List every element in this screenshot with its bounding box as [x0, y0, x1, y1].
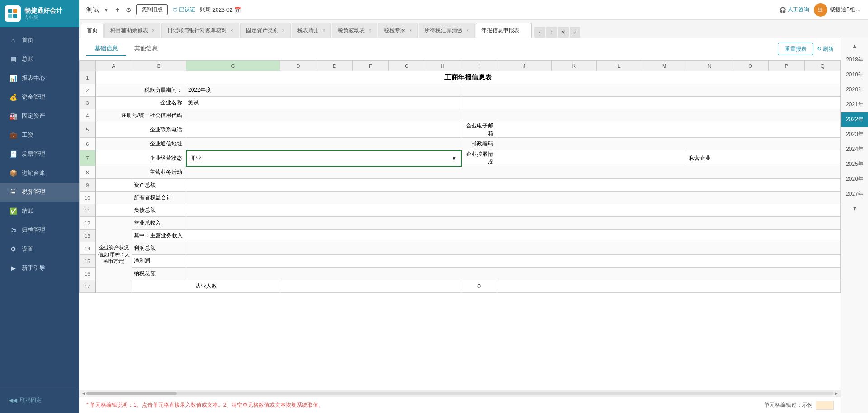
- year-item-2027[interactable]: 2027年: [841, 187, 868, 202]
- total-profit-value[interactable]: [186, 242, 841, 255]
- unpin-button[interactable]: ◀◀ 取消固定: [0, 392, 79, 408]
- tab-home[interactable]: 首页: [81, 23, 104, 38]
- tab-tax-inspection[interactable]: 税检专家 ×: [378, 23, 418, 38]
- sidebar-item-invoice[interactable]: 🧾 发票管理: [0, 145, 79, 164]
- service-button[interactable]: 🎧 人工咨询: [779, 6, 809, 14]
- sidebar-item-guide[interactable]: ▶ 新手引导: [0, 258, 79, 277]
- col-h-header[interactable]: H: [425, 61, 461, 71]
- address-value[interactable]: [186, 138, 461, 150]
- tab-close-all-button[interactable]: ×: [558, 27, 569, 38]
- col-p-header[interactable]: P: [769, 61, 805, 71]
- tab-prev-button[interactable]: ‹: [534, 27, 545, 38]
- tab-other-info[interactable]: 其他信息: [126, 42, 166, 56]
- col-g-header[interactable]: G: [389, 61, 425, 71]
- col-o-header[interactable]: O: [732, 61, 769, 71]
- add-tab-button[interactable]: +: [113, 5, 121, 15]
- year-panel-up-button[interactable]: ▲: [849, 40, 861, 52]
- col-m-header[interactable]: M: [642, 61, 687, 71]
- sidebar-item-tax[interactable]: 🏛 税务管理: [0, 183, 79, 202]
- tab-subject-balance[interactable]: 科目辅助余额表 ×: [104, 23, 160, 38]
- year-panel-down-button[interactable]: ▼: [849, 202, 861, 214]
- email-value[interactable]: [497, 122, 841, 138]
- tab-close-icon[interactable]: ×: [323, 28, 326, 33]
- col-i-header[interactable]: I: [461, 61, 497, 71]
- tab-expand-button[interactable]: ⤢: [570, 27, 580, 38]
- sidebar-item-reports[interactable]: 📊 报表中心: [0, 69, 79, 88]
- col-n-header[interactable]: N: [687, 61, 732, 71]
- reg-num-value[interactable]: [186, 109, 461, 122]
- sidebar-item-assets[interactable]: 🏭 固定资产: [0, 107, 79, 126]
- module-dropdown-icon[interactable]: ▼: [104, 7, 109, 13]
- employee-count-value[interactable]: [280, 280, 461, 293]
- total-assets-value[interactable]: [186, 179, 841, 192]
- scroll-track[interactable]: [86, 392, 834, 395]
- equity-value[interactable]: [186, 192, 841, 204]
- col-q-header[interactable]: Q: [805, 61, 841, 71]
- year-item-2023[interactable]: 2023年: [841, 127, 868, 142]
- tax-period-value[interactable]: 2022年度: [186, 84, 461, 97]
- col-d-header[interactable]: D: [280, 61, 316, 71]
- year-item-2024[interactable]: 2024年: [841, 142, 868, 157]
- col-k-header[interactable]: K: [552, 61, 597, 71]
- scroll-right-button[interactable]: ▶: [834, 391, 839, 396]
- tab-close-icon[interactable]: ×: [152, 28, 155, 33]
- tab-fixed-assets-type[interactable]: 固定资产类别 ×: [240, 23, 291, 38]
- tab-close-icon[interactable]: ×: [231, 28, 233, 33]
- spreadsheet-wrapper[interactable]: A B C D E F G H I J K L: [79, 60, 841, 390]
- tab-close-icon[interactable]: ×: [466, 28, 469, 33]
- year-item-2025[interactable]: 2025年: [841, 157, 868, 172]
- liabilities-value[interactable]: [186, 204, 841, 217]
- biz-status-value[interactable]: 开业 ▼: [186, 150, 461, 166]
- scroll-thumb[interactable]: [86, 392, 177, 395]
- tab-annual-report[interactable]: 年报信息申报表 ×: [476, 23, 532, 38]
- old-version-button[interactable]: 切到旧版: [136, 4, 168, 15]
- main-biz-value[interactable]: [186, 166, 841, 179]
- tab-tax-table[interactable]: 税表清册 ×: [292, 23, 331, 38]
- phone-value[interactable]: [186, 122, 461, 138]
- total-tax-value[interactable]: [186, 268, 841, 280]
- reset-report-button[interactable]: 重置报表: [778, 43, 813, 55]
- tab-close-icon[interactable]: ×: [409, 28, 412, 33]
- dropdown-arrow-icon[interactable]: ▼: [452, 155, 457, 161]
- tab-next-button[interactable]: ›: [546, 27, 557, 38]
- tab-bank-reconcile[interactable]: 日记账与银行对账单核对 ×: [161, 23, 239, 38]
- sidebar-item-payroll[interactable]: 💼 工资: [0, 126, 79, 145]
- sidebar-item-ledger[interactable]: ▤ 总账: [0, 50, 79, 69]
- col-c-header[interactable]: C: [186, 61, 280, 71]
- user-menu[interactable]: 捷 畅捷通B组…: [814, 3, 861, 17]
- tab-close-icon[interactable]: ×: [282, 28, 285, 33]
- tab-tax-fluctuation[interactable]: 税负波动表 ×: [332, 23, 377, 38]
- ownership-value[interactable]: [497, 150, 687, 166]
- tab-income-tax[interactable]: 所得税汇算清缴 ×: [419, 23, 475, 38]
- sidebar-item-closing[interactable]: ✅ 结账: [0, 202, 79, 221]
- total-revenue-value[interactable]: [186, 217, 841, 230]
- sidebar-item-archive[interactable]: 🗂 归档管理: [0, 221, 79, 239]
- tab-basic-info[interactable]: 基础信息: [86, 42, 126, 56]
- col-l-header[interactable]: L: [597, 61, 642, 71]
- refresh-button[interactable]: ↻ 刷新: [817, 45, 834, 53]
- year-item-2022[interactable]: 2022年: [841, 112, 868, 127]
- horizontal-scrollbar[interactable]: ◀ ▶: [79, 390, 841, 397]
- year-item-2019[interactable]: 2019年: [841, 67, 868, 82]
- col-a-header[interactable]: A: [96, 61, 132, 71]
- table-title[interactable]: 工商年报信息表: [96, 71, 841, 84]
- tab-close-icon[interactable]: ×: [368, 28, 371, 33]
- sidebar-item-home[interactable]: ⌂ 首页: [0, 31, 79, 50]
- year-item-2020[interactable]: 2020年: [841, 82, 868, 97]
- year-item-2018[interactable]: 2018年: [841, 52, 868, 67]
- net-profit-value[interactable]: [186, 255, 841, 268]
- col-b-header[interactable]: B: [132, 61, 186, 71]
- sidebar-item-settings[interactable]: ⚙ 设置: [0, 239, 79, 258]
- scroll-left-button[interactable]: ◀: [81, 391, 86, 396]
- col-e-header[interactable]: E: [316, 61, 353, 71]
- ownership-value-text[interactable]: 私营企业: [687, 150, 841, 166]
- employee-count-number[interactable]: 0: [461, 280, 497, 293]
- col-f-header[interactable]: F: [353, 61, 389, 71]
- postal-value[interactable]: [497, 138, 841, 150]
- col-j-header[interactable]: J: [497, 61, 552, 71]
- calendar-icon[interactable]: 📅: [234, 7, 241, 13]
- company-name-value[interactable]: 测试: [186, 97, 461, 109]
- tab-close-icon[interactable]: ×: [523, 28, 526, 33]
- sidebar-item-funds[interactable]: 💰 资金管理: [0, 88, 79, 107]
- sidebar-item-sales[interactable]: 📦 进销台账: [0, 164, 79, 183]
